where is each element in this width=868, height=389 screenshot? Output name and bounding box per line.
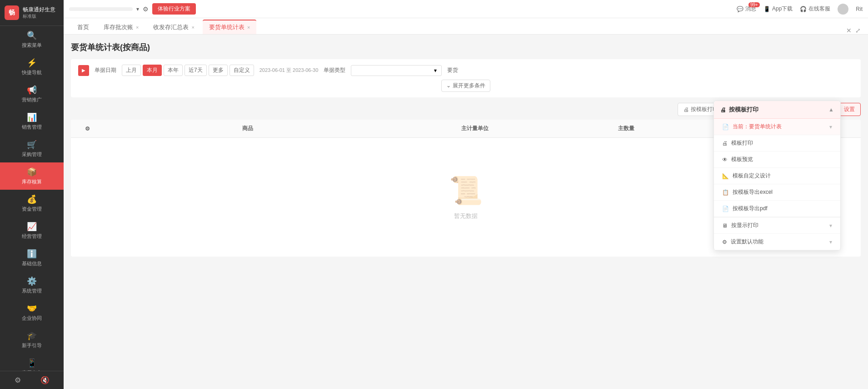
goods-filter-label: 要货	[447, 66, 458, 74]
date-range-display: 2023-06-01 至 2023-06-30	[259, 67, 319, 74]
sidebar-logo: 畅 畅康通好生意 标准版	[0, 0, 64, 26]
sidebar-item-label: 新手引导	[22, 342, 42, 349]
tab-receipts-summary[interactable]: 收发存汇总表 ×	[147, 20, 200, 34]
sidebar-item-finance[interactable]: 💰 资金管理	[0, 190, 64, 217]
date-last-month[interactable]: 上月	[122, 65, 141, 76]
messages-button[interactable]: 💬 消息 99+	[737, 5, 756, 13]
sidebar-item-label: 应用中心	[22, 369, 42, 371]
popup-item-set-default[interactable]: ⚙ 设置默认功能 ▾	[714, 234, 840, 250]
finance-icon: 💰	[27, 194, 37, 204]
sidebar-item-label: 库存核算	[22, 178, 42, 185]
topbar-dropdown[interactable]: ▾	[136, 6, 139, 12]
print-icon: 🖨	[683, 106, 689, 113]
topbar-settings-icon[interactable]: ⚙	[143, 5, 149, 13]
tab-order-stats[interactable]: 要货单统计表 ×	[203, 20, 256, 34]
sidebar-item-inventory[interactable]: 📦 库存核算	[0, 162, 64, 190]
marketing-icon: 📢	[27, 85, 37, 95]
tab-close-order-stats[interactable]: ×	[247, 25, 250, 30]
filter-toggle-button[interactable]: ▶	[78, 65, 89, 76]
set-default-text: ⚙ 设置默认功能	[722, 238, 763, 246]
tab-home[interactable]: 首页	[71, 20, 95, 34]
popup-item-template-print[interactable]: 🖨 模板打印	[714, 135, 840, 152]
sidebar-item-newbie[interactable]: 🎓 新手引导	[0, 326, 64, 354]
page-content: 要货单统计表(按商品) ▶ 单据日期 上月 本月 本年 近7天 更多 自定义 2…	[64, 35, 868, 389]
template-design-text: 📐 模板自定义设计	[722, 172, 771, 180]
quick-icon: ⚡	[27, 58, 37, 68]
settings-button[interactable]: 设置	[838, 103, 861, 116]
avatar[interactable]	[838, 4, 848, 15]
sidebar-item-operation[interactable]: 📈 经营管理	[0, 217, 64, 244]
tab-close-inventory-batch[interactable]: ×	[136, 25, 139, 30]
template-print-icon: 🖨	[722, 140, 728, 147]
date-this-year[interactable]: 本年	[164, 65, 183, 76]
export-excel-icon: 📋	[722, 189, 729, 196]
sidebar-item-marketing[interactable]: 📢 营销推广	[0, 81, 64, 108]
type-select-arrow: ▾	[434, 67, 437, 74]
sidebar-item-basic[interactable]: ℹ️ 基础信息	[0, 244, 64, 272]
filter-card: ▶ 单据日期 上月 本月 本年 近7天 更多 自定义 2023-06-01 至 …	[71, 59, 861, 97]
home-tab-label: 首页	[77, 23, 89, 31]
footer-audio-button[interactable]: 🔇	[40, 376, 50, 384]
search-icon: 🔍	[27, 30, 37, 40]
tab-close-all-button[interactable]: ✕	[846, 27, 852, 34]
apps-icon: 📱	[27, 358, 37, 368]
tab-close-receipts-summary[interactable]: ×	[191, 25, 194, 30]
display-print-arrow: ▾	[829, 222, 832, 229]
footer-settings-button[interactable]: ⚙	[15, 376, 21, 384]
template-preview-text: 👁 模板预览	[722, 156, 753, 163]
popup-item-export-excel[interactable]: 📋 按模板导出excel	[714, 184, 840, 201]
tab-maximize-button[interactable]: ⤢	[855, 27, 861, 34]
filter-row-date: ▶ 单据日期 上月 本月 本年 近7天 更多 自定义 2023-06-01 至 …	[78, 65, 853, 76]
popup-item-template-preview[interactable]: 👁 模板预览	[714, 152, 840, 168]
logo-subtitle: 标准版	[23, 13, 55, 20]
type-select[interactable]: ▾	[351, 65, 442, 76]
popup-item-display-print[interactable]: 🖥 按显示打印 ▾	[714, 217, 840, 234]
date-custom[interactable]: 自定义	[229, 65, 254, 76]
logo-title: 畅康通好生意	[23, 6, 55, 14]
sidebar-item-purchase[interactable]: 🛒 采购管理	[0, 135, 64, 162]
sidebar-item-quick[interactable]: ⚡ 快捷导航	[0, 53, 64, 81]
sidebar-item-label: 搜索菜单	[22, 42, 42, 49]
trial-button[interactable]: 体验行业方案	[152, 3, 196, 15]
sidebar-item-apps[interactable]: 📱 应用中心	[0, 354, 64, 371]
sidebar-item-corp[interactable]: 🤝 企业协同	[0, 299, 64, 326]
template-design-icon: 📐	[722, 173, 729, 179]
logo-icon: 畅	[5, 5, 19, 20]
sales-icon: 📊	[27, 112, 37, 122]
popup-item-template-design[interactable]: 📐 模板自定义设计	[714, 168, 840, 184]
topbar-search[interactable]	[69, 7, 133, 11]
corp-icon: 🤝	[27, 303, 37, 313]
popup-item-export-pdf[interactable]: 📄 按模板导出pdf	[714, 201, 840, 217]
template-preview-icon: 👁	[722, 157, 728, 163]
col-goods: 商品	[96, 125, 399, 132]
col-quantity: 主数量	[551, 125, 702, 132]
sidebar-item-search[interactable]: 🔍 搜索菜单	[0, 26, 64, 53]
date-last-7[interactable]: 近7天	[185, 65, 207, 76]
date-more[interactable]: 更多	[209, 65, 228, 76]
online-service-button[interactable]: 🎧 在线客服	[800, 5, 830, 13]
headset-icon: 🎧	[800, 6, 807, 12]
sidebar-item-system[interactable]: ⚙️ 系统管理	[0, 272, 64, 299]
tabs-bar: 首页 库存批次账 × 收发存汇总表 × 要货单统计表 × ✕ ⤢	[64, 18, 868, 35]
app-download-button[interactable]: 📱 App下载	[763, 5, 793, 13]
basic-icon: ℹ️	[27, 249, 37, 259]
print-dropdown-popup: 🖨 按模板打印 ▲ 📄 当前：要货单统计表 ▾ 🖨 模板打印	[713, 101, 841, 251]
topbar: ▾ ⚙ 体验行业方案 💬 消息 99+ 📱 App下载 🎧 在线客服 Rit	[64, 0, 868, 18]
popup-current-section[interactable]: 📄 当前：要货单统计表 ▾	[714, 119, 840, 135]
date-button-group: 上月 本月 本年 近7天 更多 自定义	[122, 65, 254, 76]
inventory-batch-label: 库存批次账	[104, 23, 133, 31]
date-this-month[interactable]: 本月	[143, 65, 162, 76]
expand-filter-button[interactable]: ⌄ 展开更多条件	[441, 80, 490, 92]
sidebar-item-sales[interactable]: 📊 销售管理	[0, 108, 64, 135]
tab-inventory-batch[interactable]: 库存批次账 ×	[97, 20, 145, 34]
sidebar-item-label: 采购管理	[22, 151, 42, 158]
export-pdf-text: 📄 按模板导出pdf	[722, 205, 768, 212]
sidebar-item-label: 营销推广	[22, 96, 42, 103]
col-settings[interactable]: ⚙	[78, 126, 96, 132]
operation-icon: 📈	[27, 222, 37, 232]
popup-title: 🖨 按模板打印	[720, 106, 758, 114]
current-section-icon: 📄	[722, 124, 729, 130]
popup-close-button[interactable]: ▲	[828, 106, 834, 113]
sidebar-item-label: 销售管理	[22, 124, 42, 131]
export-pdf-icon: 📄	[722, 206, 729, 212]
